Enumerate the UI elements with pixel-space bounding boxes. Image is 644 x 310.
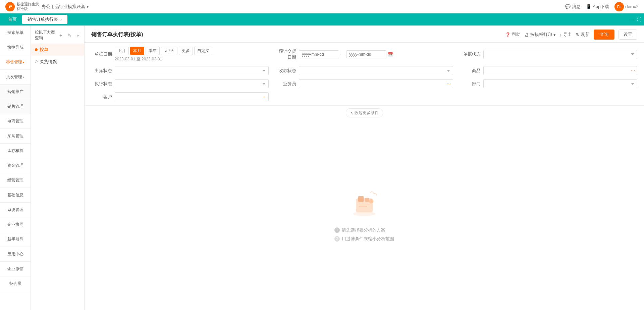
page-actions: ❓ 帮助 🖨 按模板打印 ▾ ↓ 导出 ↻ 刷新 xyxy=(505,30,638,40)
expected-date-control: — 📅 xyxy=(299,50,453,58)
dot-active-icon xyxy=(35,48,38,51)
date-btn-custom[interactable]: 自定义 xyxy=(194,47,212,55)
left-panel: 按以下方案查询 + ✎ « 按单 欠货情况 xyxy=(31,25,85,310)
expected-date-start[interactable] xyxy=(299,50,339,58)
filter-salesperson-cell: 业务员 ··· xyxy=(275,79,453,88)
tab-sales-order[interactable]: 销售订单执行表 × xyxy=(22,15,67,24)
sidebar-item-enterprise[interactable]: 企业协同 xyxy=(0,217,31,232)
customer-input[interactable] xyxy=(115,92,269,101)
help-icon: ❓ xyxy=(505,32,511,37)
out-status-label: 出库状态 xyxy=(91,68,115,74)
scheme-item-backorder[interactable]: 欠货情况 xyxy=(31,56,84,68)
customer-label: 客户 xyxy=(91,94,115,100)
chevron-down-icon: ▾ xyxy=(553,32,556,37)
sidebar-item-wholesale[interactable]: 批发管理 ▴ xyxy=(0,70,31,85)
receipt-status-select[interactable] xyxy=(299,66,453,75)
logo-icon: 好 xyxy=(5,2,15,11)
tab-close-icon[interactable]: × xyxy=(60,17,62,21)
collapse-panel-btn[interactable]: « xyxy=(75,32,82,39)
logo-text: 畅捷通好生意 标准版 xyxy=(17,2,39,11)
chevron-down-icon[interactable]: ▾ xyxy=(87,4,89,9)
date-btn-last-month[interactable]: 上月 xyxy=(115,47,129,55)
expected-date-label: 预计交货日期 xyxy=(275,48,299,60)
empty-illustration xyxy=(347,187,381,222)
status-select[interactable] xyxy=(483,50,637,59)
sidebar-item-inventory[interactable]: 库存核算 xyxy=(0,144,31,158)
sidebar-item-finance[interactable]: 资金管理 xyxy=(0,158,31,173)
collapse-bar: ∧ 收起更多条件 xyxy=(85,105,644,120)
refresh-btn[interactable]: ↻ 刷新 xyxy=(576,32,590,38)
sidebar-item-system[interactable]: 系统管理 xyxy=(0,203,31,217)
filter-expected-date-cell: 预计交货日期 — 📅 xyxy=(275,47,453,62)
sidebar-item-basic[interactable]: 基础信息 xyxy=(0,188,31,203)
sidebar-item-purchase[interactable]: 采购管理 xyxy=(0,129,31,144)
filter-out-status-cell: 出库状态 xyxy=(91,66,269,75)
message-icon: 💬 xyxy=(565,4,571,9)
goods-label: 商品 xyxy=(460,68,483,74)
exec-status-control xyxy=(115,79,269,88)
sidebar-search[interactable]: 搜索菜单 xyxy=(0,25,31,40)
customer-more-icon[interactable]: ··· xyxy=(262,94,267,100)
empty-cell-1 xyxy=(275,92,453,101)
filter-status-cell: 单据状态 xyxy=(460,47,637,62)
dept-select[interactable] xyxy=(483,79,637,88)
sidebar-item-wechat[interactable]: 企业微信 xyxy=(0,262,31,276)
date-label: 单据日期 xyxy=(91,51,115,57)
out-status-select[interactable] xyxy=(115,66,269,75)
sidebar-item-retail[interactable]: 零售管理 ▾ xyxy=(0,55,31,70)
expected-date-end[interactable] xyxy=(346,50,386,58)
chevron-icon: ▴ xyxy=(23,75,24,79)
date-btn-7days[interactable]: 近7天 xyxy=(161,47,177,55)
tab-home[interactable]: 首页 xyxy=(3,15,22,24)
page-title: 销售订单执行表(按单) xyxy=(91,31,143,38)
setting-button[interactable]: 设置 xyxy=(619,30,637,40)
receipt-status-label: 收款状态 xyxy=(275,68,299,74)
filter-row-4: 客户 ··· xyxy=(91,92,637,101)
collapse-button[interactable]: ∧ 收起更多条件 xyxy=(346,108,383,117)
sidebar-item-marketing[interactable]: 营销推广 xyxy=(0,85,31,99)
date-range-text: 2023-03-01 至 2023-03-31 xyxy=(115,56,269,62)
edit-scheme-btn[interactable]: ✎ xyxy=(66,32,73,39)
date-btn-more[interactable]: 更多 xyxy=(179,47,193,55)
sidebar-item-ecommerce[interactable]: 电商管理 xyxy=(0,114,31,129)
sidebar-item-sales[interactable]: 销售管理 xyxy=(0,99,31,114)
export-btn[interactable]: ↓ 导出 xyxy=(560,32,572,38)
top-header: 好 畅捷通好生意 标准版 办公用品行业模拟账套 ▾ 💬 消息 📱 App下载 E… xyxy=(0,0,644,13)
sidebar-item-guide[interactable]: 新手引导 xyxy=(0,232,31,247)
chevron-icon: ▾ xyxy=(23,60,24,64)
exec-status-select[interactable] xyxy=(115,79,269,88)
search-button[interactable]: 查询 xyxy=(594,30,614,40)
salesperson-more-icon[interactable]: ··· xyxy=(446,81,451,87)
goods-more-icon[interactable]: ··· xyxy=(631,68,635,74)
calendar-icon[interactable]: 📅 xyxy=(388,52,393,57)
add-scheme-btn[interactable]: + xyxy=(57,32,64,39)
sidebar-quick-nav[interactable]: 快捷导航 xyxy=(0,40,31,55)
app-download-btn[interactable]: 📱 App下载 xyxy=(586,4,609,10)
svg-rect-3 xyxy=(365,198,369,202)
minimize-icon[interactable]: — xyxy=(630,17,634,22)
filter-row-3: 执行状态 业务员 ··· xyxy=(91,79,637,88)
customer-control: ··· xyxy=(115,92,269,101)
help-btn[interactable]: ❓ 帮助 xyxy=(505,32,521,38)
salesperson-input[interactable] xyxy=(299,79,453,88)
empty-state: 1 请先选择要分析的方案 2 用过滤条件来缩小分析范围 xyxy=(85,120,644,310)
sidebar-item-operation[interactable]: 经营管理 xyxy=(0,173,31,188)
sidebar-item-appstore[interactable]: 应用中心 xyxy=(0,247,31,262)
filter-row-2: 出库状态 收款状态 xyxy=(91,66,637,75)
dept-control xyxy=(483,79,637,88)
sidebar-item-member[interactable]: 畅会员 xyxy=(0,276,31,291)
filter-section: 单据日期 上月 本月 本年 近7天 更多 自定义 2023-03-01 至 20… xyxy=(85,43,644,105)
maximize-icon[interactable]: ⛶ xyxy=(637,17,641,22)
inner-layout: 按以下方案查询 + ✎ « 按单 欠货情况 销售订单执行表(按单) xyxy=(31,25,644,310)
goods-input[interactable] xyxy=(483,66,637,75)
user-avatar[interactable]: Ea demo2 xyxy=(614,2,639,11)
message-btn[interactable]: 💬 消息 xyxy=(565,4,581,10)
sidebar: 搜索菜单 快捷导航 零售管理 ▾ 批发管理 ▴ 营销推广 销售管理 电商管理 采… xyxy=(0,25,31,310)
scheme-item-order[interactable]: 按单 xyxy=(31,44,84,56)
date-btn-this-year[interactable]: 本年 xyxy=(146,47,160,55)
template-print-btn[interactable]: 🖨 按模板打印 ▾ xyxy=(525,32,556,38)
date-btn-this-month[interactable]: 本月 xyxy=(130,47,144,55)
filter-receipt-status-cell: 收款状态 xyxy=(275,66,453,75)
status-control xyxy=(483,50,637,59)
refresh-icon: ↻ xyxy=(576,32,580,37)
